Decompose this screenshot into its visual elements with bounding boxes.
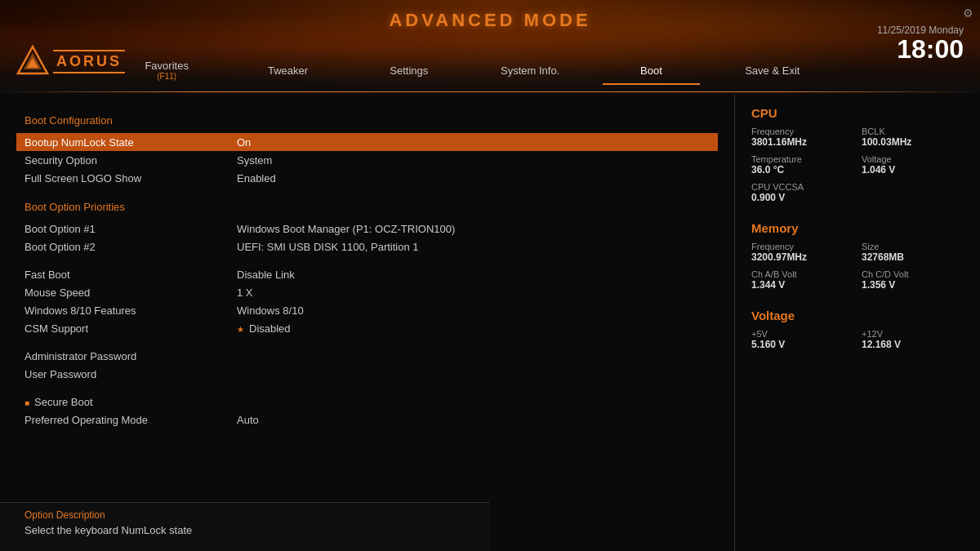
boot-option-2-row[interactable]: Boot Option #2 UEFI: SMI USB DISK 1100, … [24,238,710,256]
boot-option-2-value: UEFI: SMI USB DISK 1100, Partition 1 [237,241,419,253]
mem-chab-label: Ch A/B Volt [751,269,853,279]
v5-label: +5V [751,329,853,339]
operating-mode-row[interactable]: Preferred Operating Mode Auto [24,411,710,429]
mem-chcd-value: 1.356 V [862,279,964,291]
cpu-vccsa-label: CPU VCCSA [751,182,853,192]
mem-chab-value: 1.344 V [751,279,853,291]
cpu-temp-label: Temperature [751,154,853,164]
mem-chcd-label: Ch C/D Volt [862,269,964,279]
mem-chab-item: Ch A/B Volt 1.344 V [751,269,853,291]
spacer-3 [24,337,710,347]
voltage-section: Voltage +5V 5.160 V +12V 12.168 V [751,309,964,353]
v12-label: +12V [862,329,964,339]
mem-size-label: Size [862,242,964,251]
mem-freq-value: 3200.97MHz [751,251,853,263]
windows-features-label: Windows 8/10 Features [24,304,237,317]
mouse-speed-row[interactable]: Mouse Speed 1 X [24,283,710,301]
cpu-freq-item: Frequency 3801.16MHz [751,127,853,148]
admin-password-row[interactable]: Administrator Password [24,347,710,365]
boot-priorities-header: Boot Option Priorities [24,201,710,213]
logo-show-row[interactable]: Full Screen LOGO Show Enabled [24,169,710,187]
csm-support-value: ★Disabled [237,322,291,335]
cpu-bclk-value: 100.03MHz [862,136,964,148]
numlock-row[interactable]: Bootup NumLock State On [16,133,718,151]
description-label: Option Description [24,509,465,521]
cpu-section: CPU Frequency 3801.16MHz BCLK 100.03MHz … [751,106,964,207]
boot-option-2-label: Boot Option #2 [24,241,237,253]
operating-mode-label: Preferred Operating Mode [24,414,237,426]
fast-boot-row[interactable]: Fast Boot Disable Link [24,265,710,283]
cpu-grid: Frequency 3801.16MHz BCLK 100.03MHz Temp… [751,127,964,207]
memory-title: Memory [751,221,964,235]
cpu-voltage-label: Voltage [862,154,964,164]
datetime-area: 11/25/2019 Monday 18:00 [877,24,964,62]
csm-support-row[interactable]: CSM Support ★Disabled [24,319,710,337]
cpu-bclk-item: BCLK 100.03MHz [862,127,964,148]
boot-option-1-row[interactable]: Boot Option #1 Windows Boot Manager (P1:… [24,220,710,238]
user-password-row[interactable]: User Password [24,365,710,383]
cpu-voltage-value: 1.046 V [862,164,964,176]
spacer-1 [24,187,710,197]
operating-mode-value: Auto [237,414,259,426]
csm-bullet: ★ [237,325,244,334]
user-password-label: User Password [24,368,237,380]
mouse-speed-value: 1 X [237,287,253,299]
numlock-value: On [237,136,251,149]
v12-value: 12.168 V [862,339,964,350]
tab-tweaker[interactable]: Tweaker [227,58,348,83]
cpu-freq-value: 3801.16MHz [751,136,853,148]
windows-features-row[interactable]: Windows 8/10 Features Windows 8/10 [24,301,710,319]
security-option-row[interactable]: Security Option System [24,151,710,169]
right-sidebar: CPU Frequency 3801.16MHz BCLK 100.03MHz … [735,94,980,551]
numlock-label: Bootup NumLock State [24,136,237,149]
memory-section: Memory Frequency 3200.97MHz Size 32768MB… [751,221,964,294]
security-option-label: Security Option [24,154,237,167]
logo-show-label: Full Screen LOGO Show [24,172,237,184]
gear-icon: ⚙ [963,7,973,20]
boot-config-header: Boot Configuration [24,114,710,127]
v5-item: +5V 5.160 V [751,329,853,350]
tab-system-info[interactable]: System Info. [470,58,590,83]
fast-boot-value: Disable Link [237,269,295,281]
cpu-title: CPU [751,106,964,120]
cpu-bclk-label: BCLK [862,127,964,136]
mem-freq-label: Frequency [751,242,853,251]
logo-show-value: Enabled [237,172,276,184]
v12-item: +12V 12.168 V [862,329,964,350]
description-text: Select the keyboard NumLock state [24,524,465,536]
spacer-2 [24,256,710,265]
nav-tabs: Favorites (F11) Tweaker Settings System … [106,53,833,87]
boot-option-1-value: Windows Boot Manager (P1: OCZ-TRION100) [237,223,455,235]
memory-grid: Frequency 3200.97MHz Size 32768MB Ch A/B… [751,242,964,294]
fast-boot-label: Fast Boot [24,269,237,281]
aorus-logo-icon [16,45,49,78]
secure-boot-label: ■Secure Boot [24,396,237,408]
cpu-freq-label: Frequency [751,127,853,136]
boot-option-1-label: Boot Option #1 [24,223,237,235]
cpu-vccsa-item: CPU VCCSA 0.900 V [751,182,853,203]
cpu-temp-item: Temperature 36.0 °C [751,154,853,176]
main-content: Boot Configuration Bootup NumLock State … [0,94,980,551]
voltage-title: Voltage [751,309,964,322]
admin-password-label: Administrator Password [24,350,237,362]
tab-save-exit[interactable]: Save & Exit [712,58,833,83]
cpu-vccsa-value: 0.900 V [751,192,853,203]
windows-features-value: Windows 8/10 [237,304,304,317]
security-option-value: System [237,154,272,167]
time-display: 18:00 [877,36,964,62]
mem-size-item: Size 32768MB [862,242,964,263]
spacer-4 [24,383,710,393]
tab-favorites[interactable]: Favorites (F11) [106,53,227,87]
secure-boot-row[interactable]: ■Secure Boot [24,393,710,411]
tab-boot[interactable]: Boot [590,58,711,83]
csm-support-label: CSM Support [24,322,237,335]
cpu-temp-value: 36.0 °C [751,164,853,176]
nav-divider [0,91,980,92]
tab-settings[interactable]: Settings [349,58,470,83]
secure-boot-bullet: ■ [24,398,29,407]
mem-size-value: 32768MB [862,251,964,263]
mem-freq-item: Frequency 3200.97MHz [751,242,853,263]
page-title: ADVANCED MODE [389,10,590,31]
settings-panel: Boot Configuration Bootup NumLock State … [0,94,735,551]
voltage-grid: +5V 5.160 V +12V 12.168 V [751,329,964,353]
